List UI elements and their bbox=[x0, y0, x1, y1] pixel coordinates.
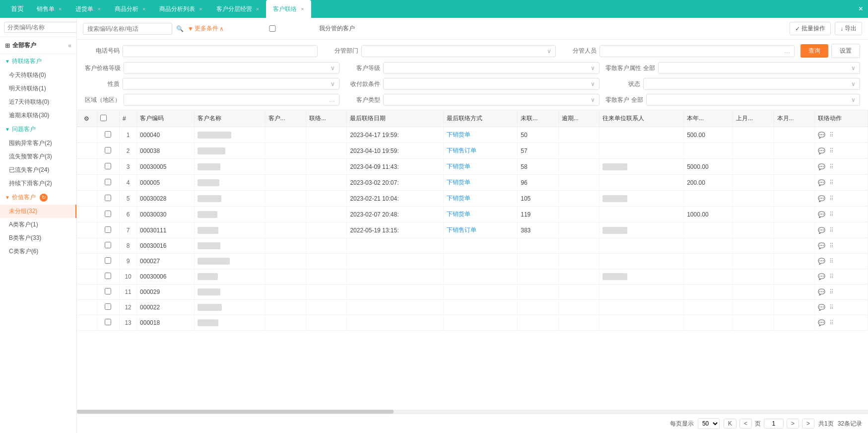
contact-type-link[interactable]: 下销货单 bbox=[447, 195, 470, 202]
comment-icon[interactable]: 💬 bbox=[818, 227, 825, 234]
contact-type-link[interactable]: 下销货单 bbox=[447, 163, 470, 170]
phone-input[interactable] bbox=[123, 45, 318, 57]
close-all-tabs[interactable]: × bbox=[859, 4, 863, 13]
query-button[interactable]: 查询 bbox=[801, 44, 828, 58]
first-page-btn[interactable]: K bbox=[724, 419, 736, 429]
close-sales-icon[interactable]: × bbox=[59, 0, 62, 18]
close-customer-layer-icon[interactable]: × bbox=[256, 0, 259, 18]
select-all-checkbox[interactable] bbox=[100, 115, 107, 121]
nature-select[interactable]: ∨ bbox=[123, 78, 339, 90]
reset-button[interactable]: 设置 bbox=[831, 44, 860, 58]
sidebar-item-churn-warning[interactable]: 流失预警客户(3) bbox=[0, 150, 76, 163]
scrollbar-thumb[interactable] bbox=[77, 410, 394, 414]
row-checkbox[interactable] bbox=[105, 288, 111, 294]
customer-level-select[interactable]: ∨ bbox=[383, 62, 600, 74]
nav-tab-analysis-list[interactable]: 商品分析列表 × bbox=[152, 0, 209, 18]
grid-action-icon[interactable]: ⠿ bbox=[829, 258, 834, 265]
comment-icon[interactable]: 💬 bbox=[818, 211, 825, 218]
comment-icon[interactable]: 💬 bbox=[818, 273, 825, 280]
contact-type-link[interactable]: 下销货单 bbox=[447, 211, 470, 217]
grid-action-icon[interactable]: ⠿ bbox=[829, 273, 834, 280]
comment-icon[interactable]: 💬 bbox=[818, 242, 825, 249]
row-checkbox[interactable] bbox=[105, 163, 111, 169]
close-analysis-list-icon[interactable]: × bbox=[199, 0, 202, 18]
refresh-icon[interactable]: ↻ bbox=[40, 194, 48, 202]
sidebar-item-class-b[interactable]: B类客户(33) bbox=[0, 231, 76, 245]
row-checkbox[interactable] bbox=[105, 273, 111, 279]
prev-page-btn[interactable]: < bbox=[739, 419, 752, 429]
next-page-btn[interactable]: > bbox=[787, 419, 799, 429]
status-select[interactable]: ∨ bbox=[643, 78, 860, 90]
scatter-attr-select[interactable]: ∨ bbox=[658, 62, 860, 74]
sidebar-section-value[interactable]: ▼ 价值客户 ↻ bbox=[0, 190, 76, 205]
sidebar-section-problem[interactable]: ▼ 问题客户 bbox=[0, 122, 76, 137]
sidebar-item-class-c[interactable]: C类客户(6) bbox=[0, 245, 76, 258]
contact-type-link[interactable]: 下销货单 bbox=[447, 131, 470, 138]
scatter-select[interactable]: ∨ bbox=[646, 94, 860, 106]
grid-action-icon[interactable]: ⠿ bbox=[829, 195, 834, 202]
comment-icon[interactable]: 💬 bbox=[818, 132, 825, 139]
nav-tab-purchase[interactable]: 进货单 × bbox=[68, 0, 107, 18]
nav-home[interactable]: 首页 bbox=[5, 0, 30, 18]
sidebar-item-abnormal[interactable]: 囤购异常客户(2) bbox=[0, 137, 76, 150]
my-customers-check[interactable] bbox=[228, 25, 317, 32]
contact-type-link[interactable]: 下销货单 bbox=[447, 179, 470, 186]
row-checkbox[interactable] bbox=[105, 211, 111, 217]
grid-action-icon[interactable]: ⠿ bbox=[829, 163, 834, 170]
nav-tab-analysis[interactable]: 商品分析 × bbox=[108, 0, 152, 18]
filter-search-icon[interactable]: 🔍 bbox=[176, 25, 184, 32]
contact-type-link[interactable]: 下销售订单 bbox=[447, 147, 476, 154]
row-checkbox[interactable] bbox=[105, 303, 111, 310]
region-select[interactable]: … bbox=[124, 94, 339, 106]
last-page-btn[interactable]: > bbox=[802, 419, 814, 429]
comment-icon[interactable]: 💬 bbox=[818, 258, 825, 265]
row-checkbox[interactable] bbox=[105, 257, 111, 264]
more-conditions-btn[interactable]: ▼ 更多条件 ∧ bbox=[188, 24, 224, 33]
sidebar-item-tomorrow[interactable]: 明天待联络(1) bbox=[0, 82, 76, 95]
export-button[interactable]: ↓ 导出 bbox=[835, 22, 862, 35]
row-checkbox[interactable] bbox=[105, 319, 111, 325]
close-analysis-icon[interactable]: × bbox=[142, 0, 145, 18]
row-checkbox[interactable] bbox=[105, 242, 111, 248]
sidebar-item-today[interactable]: 今天待联络(0) bbox=[0, 69, 76, 82]
grid-action-icon[interactable]: ⠿ bbox=[829, 227, 834, 234]
close-purchase-icon[interactable]: × bbox=[97, 0, 100, 18]
per-page-select[interactable]: 50 bbox=[698, 418, 720, 429]
dept-select[interactable]: ∨ bbox=[361, 45, 556, 57]
close-customer-contact-icon[interactable]: × bbox=[301, 0, 304, 18]
search-input[interactable] bbox=[83, 23, 172, 35]
comment-icon[interactable]: 💬 bbox=[818, 163, 825, 170]
sidebar-item-ungroup[interactable]: 未分组(32) bbox=[0, 205, 76, 218]
comment-icon[interactable]: 💬 bbox=[818, 289, 825, 295]
grid-action-icon[interactable]: ⠿ bbox=[829, 179, 834, 186]
page-input[interactable] bbox=[764, 419, 784, 429]
comment-icon[interactable]: 💬 bbox=[818, 304, 825, 311]
col-settings[interactable]: ⚙ bbox=[77, 110, 97, 127]
batch-op-button[interactable]: ✓ 批量操作 bbox=[790, 22, 831, 35]
customer-type-select[interactable]: ∨ bbox=[383, 94, 600, 106]
comment-icon[interactable]: 💬 bbox=[818, 195, 825, 202]
grid-action-icon[interactable]: ⠿ bbox=[829, 132, 834, 139]
grid-action-icon[interactable]: ⠿ bbox=[829, 211, 834, 218]
nav-tab-sales[interactable]: 销售单 × bbox=[30, 0, 68, 18]
grid-action-icon[interactable]: ⠿ bbox=[829, 304, 834, 311]
sidebar-item-declining[interactable]: 持续下滑客户(2) bbox=[0, 177, 76, 190]
row-checkbox[interactable] bbox=[105, 131, 111, 138]
sidebar-all-customers[interactable]: ⊞ 全部客户 « bbox=[0, 37, 76, 54]
sidebar-search-input[interactable] bbox=[4, 22, 77, 33]
comment-icon[interactable]: 💬 bbox=[818, 179, 825, 186]
grid-action-icon[interactable]: ⠿ bbox=[829, 289, 834, 295]
person-select[interactable]: … bbox=[600, 45, 795, 57]
nav-tab-customer-contact[interactable]: 客户联络 × bbox=[266, 0, 311, 18]
grid-action-icon[interactable]: ⠿ bbox=[829, 242, 834, 249]
sidebar-item-7days[interactable]: 近7天待联络(0) bbox=[0, 95, 76, 109]
sidebar-item-overdue[interactable]: 逾期未联络(30) bbox=[0, 109, 76, 122]
comment-icon[interactable]: 💬 bbox=[818, 147, 825, 154]
row-checkbox[interactable] bbox=[105, 147, 111, 153]
row-checkbox[interactable] bbox=[105, 195, 111, 201]
my-customers-checkbox[interactable]: 我分管的客户 bbox=[228, 24, 355, 33]
contact-type-link[interactable]: 下销售订单 bbox=[447, 226, 476, 233]
grid-action-icon[interactable]: ⠿ bbox=[829, 319, 834, 326]
row-checkbox[interactable] bbox=[105, 179, 111, 185]
sidebar-item-churned[interactable]: 已流失客户(24) bbox=[0, 163, 76, 177]
